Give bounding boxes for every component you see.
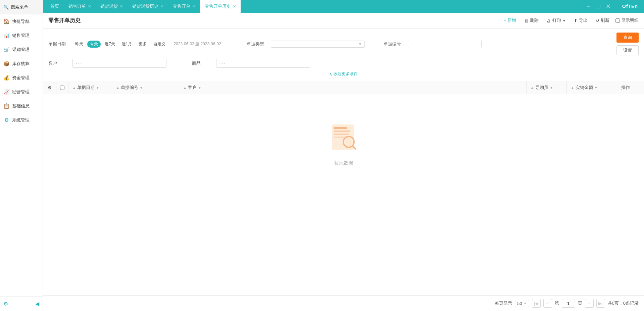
- tab-label: 销售订单: [68, 3, 86, 9]
- sort-down-icon: ▼: [594, 86, 598, 90]
- th-customer[interactable]: ▲ 客户 ▼: [179, 81, 527, 94]
- search-menu-item[interactable]: 🔍 搜索采单: [0, 0, 43, 14]
- doc-type-select[interactable]: ▼: [271, 41, 365, 48]
- filter-setting-button[interactable]: 设置: [616, 45, 639, 55]
- display-detail-checkbox[interactable]: 显示明细: [615, 17, 639, 23]
- svg-rect-1: [334, 127, 347, 129]
- add-button[interactable]: + 新增: [502, 16, 518, 25]
- trash-icon: 🗑: [524, 18, 529, 23]
- collapse-more-button[interactable]: ∧ 收起更多条件: [48, 71, 639, 77]
- table-area: ⚙ ▲ 单据日期 ▼ ▲ 单据编号 ▼ ▲ 客户 ▼ ▲ 导购员: [43, 81, 644, 295]
- maximize-button[interactable]: □: [597, 3, 600, 10]
- th-number-label: 单据编号: [121, 85, 138, 91]
- svg-point-6: [345, 139, 352, 145]
- customer-dots: ···: [76, 60, 83, 67]
- th-date[interactable]: ▲ 单据日期 ▼: [68, 81, 112, 94]
- sort-up-icon: ▲: [571, 86, 574, 90]
- last-page-button[interactable]: ▶|: [596, 299, 605, 308]
- th-checkbox[interactable]: [56, 82, 68, 93]
- sidebar-item-operations[interactable]: 📈 经营管理: [0, 85, 43, 99]
- sidebar-item-label: 快捷导航: [12, 18, 30, 24]
- settings-button[interactable]: ⚙: [3, 301, 8, 307]
- search-icon: 🔍: [3, 5, 9, 10]
- prev-page-icon: ＜: [545, 300, 550, 306]
- date-yesterday[interactable]: 昨天: [72, 41, 86, 48]
- svg-rect-2: [334, 131, 350, 132]
- sort-up-icon: ▲: [116, 86, 119, 90]
- sidebar-bottom: ⚙ ◀: [0, 296, 43, 311]
- collapse-label: 收起更多条件: [334, 71, 358, 77]
- sort-up-icon: ▲: [183, 86, 187, 90]
- refresh-button[interactable]: ↺ 刷新: [594, 16, 611, 25]
- sort-up-icon: ▲: [531, 86, 534, 90]
- sidebar-item-finance[interactable]: 💰 资金管理: [0, 71, 43, 85]
- date-today[interactable]: 今天: [87, 41, 101, 48]
- page-header: 零售开单历史 + 新增 🗑 删除 🖨 打印 ▼ ⬆ 导出 ↺ 刷新 显: [43, 13, 644, 29]
- export-button[interactable]: ⬆ 导出: [572, 16, 590, 25]
- goods-input[interactable]: ···: [216, 59, 310, 68]
- sidebar-item-sys-mgmt[interactable]: ⚙ 系统管理: [0, 113, 43, 127]
- th-amount[interactable]: ▲ 实销金额 ▼: [567, 81, 617, 94]
- delete-button[interactable]: 🗑 删除: [522, 16, 541, 25]
- th-amount-label: 实销金额: [576, 85, 593, 91]
- tab-sales-order[interactable]: 销售订单 ✕: [64, 0, 96, 13]
- display-detail-input[interactable]: [615, 18, 620, 23]
- app-logo: OfTEn: [619, 4, 641, 9]
- customer-input[interactable]: ···: [72, 59, 166, 68]
- tab-home[interactable]: 首页: [46, 0, 64, 13]
- tab-retail-history[interactable]: 零售开单历史 ✕: [200, 0, 241, 13]
- sidebar-item-base-info[interactable]: 📋 基础信息: [0, 99, 43, 113]
- th-guide[interactable]: ▲ 导购员 ▼: [527, 81, 567, 94]
- tab-label: 首页: [50, 3, 59, 9]
- sidebar-item-quick-nav[interactable]: 🏠 快捷导航: [0, 14, 43, 29]
- tab-label: 零售开单历史: [205, 3, 231, 9]
- prev-page-button[interactable]: ＜: [543, 299, 552, 308]
- select-all-checkbox[interactable]: [60, 86, 64, 90]
- close-window-button[interactable]: ✕: [606, 3, 611, 10]
- print-dropdown-icon: ▼: [562, 19, 566, 22]
- tab-bar-right: － □ ✕ OfTEn: [585, 2, 641, 10]
- refresh-label: 刷新: [601, 17, 609, 23]
- current-page-input[interactable]: [562, 299, 575, 308]
- tab-sales-return-history[interactable]: 销货退货历史 ✕: [128, 0, 168, 13]
- chevron-down-icon: ▼: [358, 42, 362, 46]
- minimize-button[interactable]: －: [585, 2, 591, 10]
- sidebar-item-sales-mgmt[interactable]: 📊 销售管理: [0, 29, 43, 43]
- th-gear[interactable]: ⚙: [43, 82, 56, 94]
- tab-close-icon[interactable]: ✕: [192, 4, 195, 9]
- delete-label: 删除: [530, 17, 539, 23]
- date-more[interactable]: 更多: [136, 41, 149, 48]
- sidebar-item-purchase-mgmt[interactable]: 🛒 采购管理: [0, 43, 43, 57]
- th-number[interactable]: ▲ 单据编号 ▼: [112, 81, 179, 94]
- tab-retail-open[interactable]: 零售开单 ✕: [168, 0, 200, 13]
- th-customer-label: 客户: [188, 85, 197, 91]
- sidebar-item-label: 基础信息: [12, 103, 30, 109]
- date-range-display: 2023-06-02 至 2023-06-02: [174, 41, 221, 47]
- query-button[interactable]: 查询: [616, 33, 639, 43]
- print-button[interactable]: 🖨 打印 ▼: [545, 16, 568, 25]
- next-page-button[interactable]: ＞: [585, 299, 594, 308]
- date-7days[interactable]: 近7天: [102, 41, 118, 48]
- clipboard-icon: 📋: [3, 103, 9, 109]
- cart-icon: 🛒: [3, 47, 9, 53]
- th-action-label: 操作: [621, 85, 630, 91]
- date-1month[interactable]: 近1月: [119, 41, 135, 48]
- sidebar-item-label: 系统管理: [12, 117, 30, 123]
- sidebar-item-inventory[interactable]: 📦 库存核算: [0, 57, 43, 71]
- date-custom[interactable]: 自定义: [151, 41, 168, 48]
- filter-area: 单据日期 昨天 今天 近7天 近1月 更多 自定义 2023-06-02 至 2…: [43, 29, 644, 81]
- tab-close-icon[interactable]: ✕: [233, 4, 236, 9]
- page-unit: 页: [578, 300, 582, 306]
- th-date-label: 单据日期: [77, 85, 95, 91]
- tab-sales-return[interactable]: 销货退货 ✕: [96, 0, 128, 13]
- display-detail-label: 显示明细: [621, 17, 639, 23]
- first-page-button[interactable]: |◀: [532, 299, 541, 308]
- collapse-sidebar-button[interactable]: ◀: [35, 301, 39, 307]
- tab-close-icon[interactable]: ✕: [88, 4, 91, 9]
- doc-number-input[interactable]: [408, 40, 482, 48]
- page-size-value: 50: [517, 301, 522, 306]
- tab-close-icon[interactable]: ✕: [120, 4, 123, 9]
- page-size-select[interactable]: 50 ▼: [515, 300, 529, 307]
- tab-close-icon[interactable]: ✕: [160, 4, 163, 9]
- sort-down-icon: ▼: [96, 86, 99, 90]
